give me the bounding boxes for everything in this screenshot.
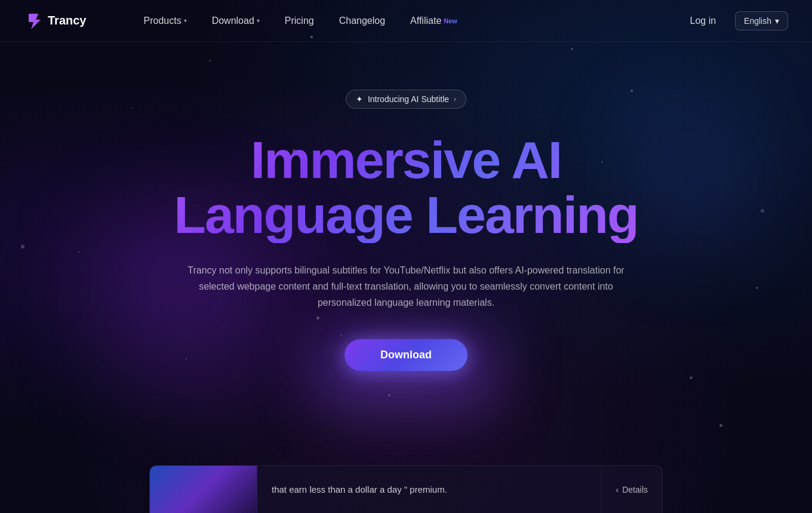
- nav-right: Log in English ▾: [680, 11, 788, 31]
- sparkle-icon: ✦: [356, 94, 363, 104]
- nav-item-affiliate[interactable]: Affiliate New: [401, 11, 467, 31]
- login-button[interactable]: Log in: [680, 11, 725, 31]
- preview-details-button[interactable]: ‹ Details: [601, 466, 662, 513]
- nav-item-changelog[interactable]: Changelog: [330, 11, 395, 31]
- chevron-down-icon: ▾: [184, 17, 187, 24]
- details-chevron-icon: ‹: [616, 485, 619, 494]
- preview-area: that earn less than a dollar a day " pre…: [149, 465, 663, 513]
- badge-arrow-icon: ›: [454, 95, 456, 103]
- hero-description: Trancy not only supports bilingual subti…: [179, 262, 633, 311]
- language-selector[interactable]: English ▾: [735, 11, 788, 30]
- logo-text: Trancy: [48, 14, 86, 27]
- hero-title: Immersive AI Language Learning: [174, 133, 638, 243]
- language-label: English: [744, 16, 771, 26]
- hero-section: ✦ Introducing AI Subtitle › Immersive AI…: [0, 42, 812, 371]
- new-badge: New: [444, 17, 457, 24]
- chevron-down-icon: ▾: [257, 17, 260, 24]
- nav-item-download[interactable]: Download ▾: [202, 11, 269, 31]
- nav-links: Products ▾ Download ▾ Pricing Changelog …: [134, 11, 680, 31]
- details-label: Details: [622, 485, 648, 494]
- preview-subtitle: that earn less than a dollar a day " pre…: [257, 466, 601, 513]
- download-button[interactable]: Download: [345, 339, 467, 371]
- intro-badge-text: Introducing AI Subtitle: [368, 94, 449, 104]
- navbar: Trancy Products ▾ Download ▾ Pricing Cha…: [0, 0, 812, 42]
- logo-icon: [24, 11, 43, 30]
- intro-badge[interactable]: ✦ Introducing AI Subtitle ›: [346, 90, 466, 109]
- nav-item-products[interactable]: Products ▾: [134, 11, 196, 31]
- nav-item-pricing[interactable]: Pricing: [275, 11, 324, 31]
- language-chevron: ▾: [775, 16, 779, 26]
- preview-thumbnail: [150, 466, 257, 513]
- logo[interactable]: Trancy: [24, 11, 86, 30]
- preview-bar: that earn less than a dollar a day " pre…: [149, 465, 663, 513]
